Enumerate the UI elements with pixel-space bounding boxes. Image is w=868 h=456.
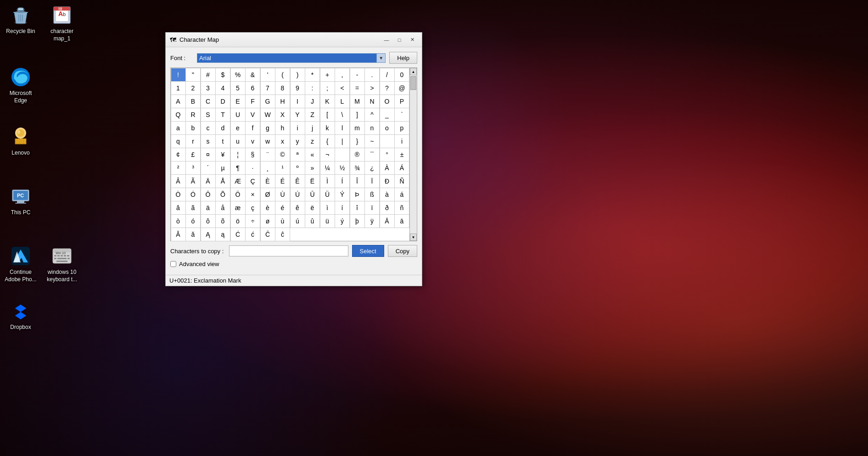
char-cell[interactable]: x [275, 134, 290, 148]
char-cell[interactable]: E [230, 95, 246, 108]
char-cell[interactable]: A [171, 95, 186, 108]
char-cell[interactable]: ý [335, 214, 350, 228]
char-cell[interactable]: ¢ [171, 148, 186, 161]
char-cell[interactable]: Ò [171, 188, 186, 201]
char-cell[interactable]: / [380, 68, 395, 82]
char-cell[interactable]: É [275, 174, 290, 188]
desktop-icon-adobe[interactable]: Continue Adobe Pho... [2, 243, 39, 285]
char-cell[interactable]: ó [185, 214, 201, 228]
scrollbar-down-btn[interactable]: ▼ [410, 234, 417, 241]
char-cell[interactable]: ² [171, 161, 186, 175]
char-cell[interactable]: Ð [380, 174, 395, 188]
font-select[interactable]: Arial [197, 53, 386, 63]
char-cell[interactable]: ± [394, 148, 409, 161]
char-cell[interactable]: º [290, 161, 305, 175]
char-cell[interactable]: ' [260, 68, 275, 82]
char-cell[interactable]: Á [394, 161, 409, 175]
char-cell[interactable]: À [380, 161, 395, 175]
char-cell[interactable]: _ [380, 108, 395, 122]
char-cell[interactable]: ³ [185, 161, 201, 175]
char-cell[interactable]: é [275, 201, 290, 215]
char-cell[interactable]: Ì [320, 174, 335, 188]
char-cell[interactable]: 0 [394, 68, 409, 82]
char-cell[interactable]: Ú [290, 188, 305, 201]
char-cell[interactable]: e [230, 121, 246, 135]
char-cell[interactable]: N [364, 95, 380, 108]
char-cell[interactable]: & [245, 68, 260, 82]
char-cell[interactable]: Ā [380, 214, 395, 228]
char-cell[interactable]: Õ [215, 188, 230, 201]
char-cell[interactable]: ć [245, 228, 260, 241]
char-cell[interactable]: s [201, 134, 216, 148]
char-cell[interactable]: ö [230, 214, 246, 228]
char-cell[interactable]: V [245, 108, 260, 122]
char-cell[interactable]: Ý [335, 188, 350, 201]
char-cell[interactable]: T [215, 108, 230, 122]
char-cell[interactable]: £ [185, 148, 201, 161]
char-cell[interactable]: ă [185, 228, 201, 241]
char-cell[interactable]: ^ [364, 108, 380, 122]
char-cell[interactable]: " [185, 68, 201, 82]
char-cell[interactable]: È [260, 174, 275, 188]
desktop-icon-edge[interactable]: Microsoft Edge [2, 64, 39, 106]
char-cell[interactable]: Z [305, 108, 320, 122]
char-cell[interactable]: ; [320, 81, 335, 95]
char-cell[interactable]: G [260, 95, 275, 108]
char-cell[interactable]: m [350, 121, 365, 135]
char-cell[interactable]: ¹ [275, 161, 290, 175]
char-cell[interactable]: û [305, 214, 320, 228]
char-cell[interactable]: < [335, 81, 350, 95]
desktop-icon-charmap[interactable]: A b character map_1 [44, 2, 80, 44]
char-cell[interactable]: B [185, 95, 201, 108]
char-cell[interactable]: ú [290, 214, 305, 228]
char-cell[interactable]: © [275, 148, 290, 161]
char-cell[interactable]: K [320, 95, 335, 108]
char-cell[interactable]: r [185, 134, 201, 148]
char-cell[interactable]: Ø [260, 188, 275, 201]
char-cell[interactable]: p [394, 121, 409, 135]
char-cell[interactable]: 1 [171, 81, 186, 95]
advanced-view-checkbox[interactable] [170, 261, 176, 267]
char-cell[interactable]: o [380, 121, 395, 135]
grid-scrollbar[interactable]: ▲ ▼ [409, 68, 417, 241]
char-cell[interactable]: Ä [201, 174, 216, 188]
char-cell[interactable]: Ă [171, 228, 186, 241]
char-cell[interactable]: R [185, 108, 201, 122]
char-cell[interactable]: Â [171, 174, 186, 188]
scrollbar-up-btn[interactable]: ▲ [410, 68, 417, 75]
char-cell[interactable]: Ë [305, 174, 320, 188]
char-cell[interactable]: ­ [335, 148, 350, 161]
char-cell[interactable]: { [320, 134, 335, 148]
char-cell[interactable]: # [201, 68, 216, 82]
char-cell[interactable]: Æ [230, 174, 246, 188]
char-cell[interactable]: æ [230, 201, 246, 215]
char-cell[interactable]: J [305, 95, 320, 108]
char-cell[interactable]: ª [290, 148, 305, 161]
char-cell[interactable]: ß [364, 188, 380, 201]
char-cell[interactable]: = [350, 81, 365, 95]
char-cell[interactable]: ¸ [260, 161, 275, 175]
char-cell[interactable]: Ê [290, 174, 305, 188]
char-cell[interactable]: Ã [185, 174, 201, 188]
char-cell[interactable]: § [245, 148, 260, 161]
char-cell[interactable]: ò [171, 214, 186, 228]
char-cell[interactable]: ® [350, 148, 365, 161]
char-cell[interactable]: b [185, 121, 201, 135]
char-cell[interactable]: Ç [245, 174, 260, 188]
char-cell[interactable]: C [201, 95, 216, 108]
char-cell[interactable]: ¾ [350, 161, 365, 175]
char-cell[interactable]: 7 [260, 81, 275, 95]
char-cell[interactable]: | [335, 134, 350, 148]
select-button[interactable]: Select [352, 245, 384, 257]
char-cell[interactable]: i [394, 134, 409, 148]
scrollbar-thumb[interactable] [410, 76, 416, 90]
char-cell[interactable]: ¥ [215, 148, 230, 161]
char-cell[interactable]: µ [215, 161, 230, 175]
char-cell[interactable]: ¯ [364, 148, 380, 161]
char-cell[interactable]: Ï [364, 174, 380, 188]
char-cell[interactable]: 9 [290, 81, 305, 95]
char-cell[interactable]: å [215, 201, 230, 215]
char-cell[interactable]: ¦ [230, 148, 246, 161]
char-cell[interactable]: Û [305, 188, 320, 201]
char-cell[interactable]: % [230, 68, 246, 82]
